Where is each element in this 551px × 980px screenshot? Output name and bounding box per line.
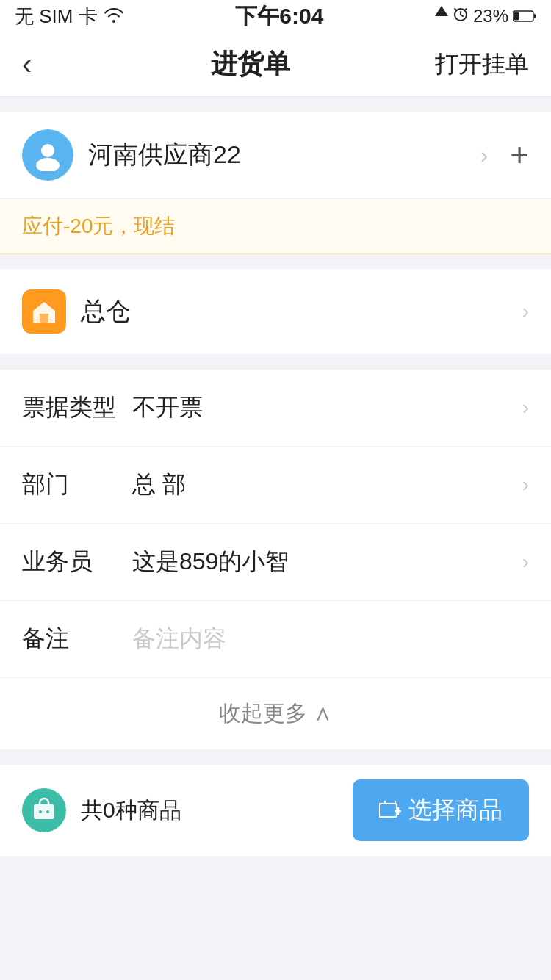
nav-bar: ‹ 进货单 打开挂单 [0, 32, 551, 97]
department-label: 部门 [22, 469, 132, 501]
invoice-type-row[interactable]: 票据类型 不开票 › [0, 369, 551, 446]
salesperson-row[interactable]: 业务员 这是859的小智 › [0, 523, 551, 600]
remark-input[interactable]: 备注内容 [132, 623, 529, 655]
section-gap-1 [0, 97, 551, 112]
svg-rect-2 [514, 12, 519, 21]
salesperson-value: 这是859的小智 [132, 546, 515, 578]
salesperson-label: 业务员 [22, 546, 132, 578]
product-cart-icon [22, 788, 66, 832]
collapse-label: 收起更多 ∧ [219, 701, 331, 725]
status-bar: 无 SIM 卡 下午6:04 23% [0, 0, 551, 32]
carrier-label: 无 SIM 卡 [15, 4, 98, 29]
product-count-label: 共0种商品 [81, 796, 353, 826]
svg-rect-10 [379, 804, 397, 817]
status-bar-time: 下午6:04 [235, 1, 323, 32]
remark-row[interactable]: 备注 备注内容 [0, 600, 551, 677]
section-gap-3 [0, 354, 551, 369]
wifi-icon [104, 5, 124, 28]
warehouse-name: 总仓 [81, 295, 522, 328]
svg-rect-6 [40, 314, 48, 323]
status-bar-right: 23% [435, 6, 536, 26]
supplier-name: 河南供应商22 [88, 138, 480, 172]
department-row[interactable]: 部门 总 部 › [0, 446, 551, 523]
warehouse-row[interactable]: 总仓 › [0, 269, 551, 354]
department-value: 总 部 [132, 469, 515, 501]
svg-point-8 [39, 810, 42, 813]
battery-icon [513, 6, 536, 26]
department-chevron-icon: › [522, 473, 529, 497]
supplier-row[interactable]: 河南供应商22 › + [0, 112, 551, 199]
section-gap-2 [0, 254, 551, 269]
invoice-type-chevron-icon: › [522, 396, 529, 419]
notice-text: 应付-20元，现结 [22, 215, 175, 237]
warehouse-chevron-icon: › [522, 300, 529, 323]
back-button[interactable]: ‹ [22, 48, 66, 81]
svg-point-9 [46, 810, 49, 813]
collapse-button[interactable]: 收起更多 ∧ [0, 677, 551, 749]
supplier-section: 河南供应商22 › + 应付-20元，现结 [0, 112, 551, 254]
battery-percent: 23% [473, 6, 508, 26]
svg-point-3 [41, 144, 54, 157]
invoice-type-label: 票据类型 [22, 392, 132, 424]
location-icon [435, 6, 448, 26]
supplier-avatar [22, 129, 73, 181]
status-bar-left: 无 SIM 卡 [15, 4, 124, 29]
bottom-bar: 共0种商品 选择商品 [0, 764, 551, 856]
svg-point-4 [36, 158, 60, 171]
supplier-chevron-icon: › [480, 142, 489, 169]
notice-bar: 应付-20元，现结 [0, 199, 551, 254]
select-product-button[interactable]: 选择商品 [353, 779, 529, 841]
select-product-label: 选择商品 [408, 794, 503, 826]
alarm-icon [453, 6, 469, 26]
salesperson-chevron-icon: › [522, 550, 529, 574]
invoice-type-value: 不开票 [132, 392, 515, 424]
svg-rect-7 [34, 804, 54, 819]
warehouse-icon [22, 289, 66, 334]
form-section: 票据类型 不开票 › 部门 总 部 › 业务员 这是859的小智 › 备注 备注… [0, 369, 551, 749]
warehouse-section: 总仓 › [0, 269, 551, 354]
remark-label: 备注 [22, 623, 132, 655]
page-title: 进货单 [211, 46, 290, 82]
open-pending-button[interactable]: 打开挂单 [435, 48, 529, 81]
add-supplier-button[interactable]: + [510, 137, 529, 173]
